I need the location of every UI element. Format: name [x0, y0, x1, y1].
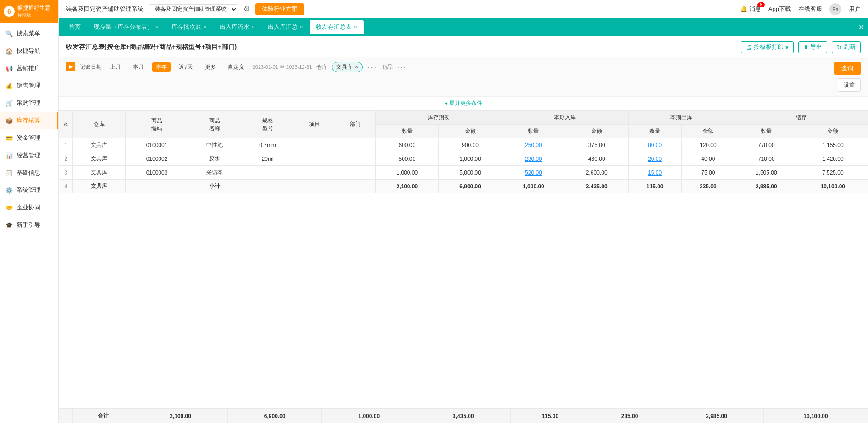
sidebar-item-newbie[interactable]: 🎓 新手引导: [0, 216, 58, 234]
sidebar-item-system[interactable]: ⚙️ 系统管理: [0, 181, 58, 199]
sidebar-item-enterprise[interactable]: 🤝 企业协同: [0, 199, 58, 216]
col-balance-qty: 数量: [735, 125, 798, 138]
export-button[interactable]: ⬆ 导出: [798, 41, 827, 53]
tab-flow[interactable]: 出入库流水 ✕: [213, 20, 261, 34]
footer-out-qty: 115.00: [510, 409, 590, 423]
row-in-qty[interactable]: 230.00: [502, 152, 565, 166]
row-goods-code: 0100003: [125, 166, 188, 180]
print-button[interactable]: 🖨 按模板打印 ▾: [741, 41, 794, 53]
tab-receive-summary[interactable]: 收发存汇总表 ✕: [310, 20, 364, 34]
date-btn-this-month[interactable]: 本月: [129, 62, 148, 72]
in-qty-link[interactable]: 520.00: [525, 170, 542, 176]
in-qty-link[interactable]: 230.00: [525, 156, 542, 162]
date-btn-more[interactable]: 更多: [201, 62, 220, 72]
logo-text: 畅捷通好生意: [17, 5, 50, 12]
row-balance-qty: 710.00: [735, 152, 798, 166]
row-out-qty[interactable]: 15.00: [628, 166, 681, 180]
tab-close-icon[interactable]: ✕: [299, 25, 303, 30]
refresh-button[interactable]: ↻ 刷新: [832, 41, 861, 53]
tab-inventory-dist[interactable]: 现存量（库存分布表） ✕: [87, 20, 165, 34]
date-btn-last-month[interactable]: 上月: [106, 62, 125, 72]
row-in-qty[interactable]: 520.00: [502, 166, 565, 180]
warehouse-label: 仓库: [316, 63, 327, 71]
sidebar-item-business[interactable]: 📊 经营管理: [0, 147, 58, 164]
chevron-down-icon: ▾: [785, 44, 789, 51]
row-balance-amt: 10,100.00: [798, 180, 868, 193]
footer-opening-amt: 6,900.00: [227, 409, 322, 423]
sidebar-item-purchase[interactable]: 🛒 采购管理: [0, 94, 58, 112]
warehouse-tag-close[interactable]: ✕: [354, 64, 359, 70]
avatar[interactable]: Ea: [829, 3, 841, 15]
in-qty-link[interactable]: 250.00: [525, 142, 542, 148]
print-icon: 🖨: [746, 44, 752, 51]
sidebar-item-sales[interactable]: 💰 销售管理: [0, 77, 58, 94]
bell-icon: 🔔: [740, 5, 747, 12]
row-out-qty[interactable]: 20.00: [628, 152, 681, 166]
app-logo: 6 畅捷通好生意 标准版: [0, 0, 58, 23]
settings-icon[interactable]: ⚙: [243, 5, 250, 13]
row-opening-qty: 2,100.00: [376, 180, 439, 193]
tab-close-icon[interactable]: ✕: [354, 25, 357, 30]
goods-more-icon[interactable]: ···: [397, 63, 407, 71]
expand-conditions-bar[interactable]: ▾ 展开更多条件: [59, 97, 868, 110]
system-selector[interactable]: 装备及固定资产辅助管理系统: [149, 4, 238, 14]
filter-expand-button[interactable]: ▶: [66, 62, 75, 71]
sales-icon: 💰: [6, 82, 13, 89]
row-goods-spec: [241, 166, 294, 180]
warehouse-tag-text: 文具库: [336, 63, 353, 71]
tab-close-icon[interactable]: ✕: [155, 25, 159, 30]
row-out-qty[interactable]: 80.00: [628, 138, 681, 152]
tab-label: 收发存汇总表: [316, 23, 352, 31]
tab-batch[interactable]: 库存批次账 ✕: [165, 20, 213, 34]
sidebar-item-label: 经营管理: [17, 151, 40, 159]
out-qty-link[interactable]: 80.00: [648, 142, 662, 148]
row-goods-spec: 20ml: [241, 152, 294, 166]
settings-button[interactable]: 设置: [838, 78, 861, 92]
logo-sub: 标准版: [17, 12, 50, 18]
try-button[interactable]: 体验行业方案: [255, 3, 304, 15]
logo-icon: 6: [4, 6, 15, 17]
row-dept: [335, 152, 376, 166]
row-in-qty[interactable]: 250.00: [502, 138, 565, 152]
sidebar-item-marketing[interactable]: 📢 营销推广: [0, 60, 58, 77]
sidebar-item-search[interactable]: 🔍 搜索菜单: [0, 25, 58, 42]
sidebar-item-inventory[interactable]: 📦 库存核算: [0, 112, 58, 129]
row-goods-code: 0100001: [125, 138, 188, 152]
filter-fields: 记账日期 上月 本月 本年 近7天 更多 自定义 2023-01-01 至 20…: [80, 62, 829, 72]
tab-close-icon[interactable]: ✕: [251, 25, 255, 30]
date-btn-this-year[interactable]: 本年: [152, 62, 171, 72]
tab-home[interactable]: 首页: [62, 20, 87, 34]
col-settings-header[interactable]: ⚙: [59, 111, 73, 138]
col-opening-amt: 金额: [439, 125, 502, 138]
app-download[interactable]: App下载: [768, 5, 791, 13]
col-opening-qty: 数量: [376, 125, 439, 138]
row-goods-code: 0100002: [125, 152, 188, 166]
tab-bar-close-icon[interactable]: ✕: [858, 23, 864, 32]
sidebar-item-label: 资金管理: [17, 134, 40, 142]
date-btn-7days[interactable]: 近7天: [175, 62, 197, 72]
footer-label: 合计: [73, 409, 133, 423]
warehouse-more-icon[interactable]: ···: [367, 63, 377, 71]
tab-summary[interactable]: 出入库汇总 ✕: [261, 20, 310, 34]
sidebar-item-quicknav[interactable]: 🏠 快捷导航: [0, 42, 58, 60]
online-service[interactable]: 在线客服: [798, 5, 822, 13]
query-button[interactable]: 查询: [834, 62, 861, 75]
row-in-amt: 2,600.00: [565, 166, 628, 180]
date-btn-custom[interactable]: 自定义: [224, 62, 248, 72]
out-qty-link[interactable]: 15.00: [648, 170, 662, 176]
col-group-balance: 结存: [735, 111, 868, 125]
col-dept-header: 部门: [335, 111, 376, 138]
filter-row: ▶ 记账日期 上月 本月 本年 近7天 更多 自定义 2023-01-01 至 …: [66, 62, 861, 92]
newbie-icon: 🎓: [6, 221, 13, 229]
tab-close-icon[interactable]: ✕: [203, 25, 207, 30]
header-right: 🔔 6 消息 App下载 在线客服 Ea 用户: [740, 3, 861, 15]
out-qty-link[interactable]: 20.00: [648, 156, 662, 162]
business-icon: 📊: [6, 152, 13, 159]
sidebar-item-basic[interactable]: 📋 基础信息: [0, 164, 58, 181]
row-goods-spec: [241, 180, 294, 193]
col-goods-spec-header: 规格型号: [241, 111, 294, 138]
notification-bell[interactable]: 🔔 6 消息: [740, 5, 761, 13]
row-project: [294, 180, 335, 193]
tab-bar: 首页 现存量（库存分布表） ✕ 库存批次账 ✕ 出入库流水 ✕ 出入库汇总 ✕ …: [59, 18, 868, 36]
sidebar-item-finance[interactable]: 💳 资金管理: [0, 129, 58, 147]
